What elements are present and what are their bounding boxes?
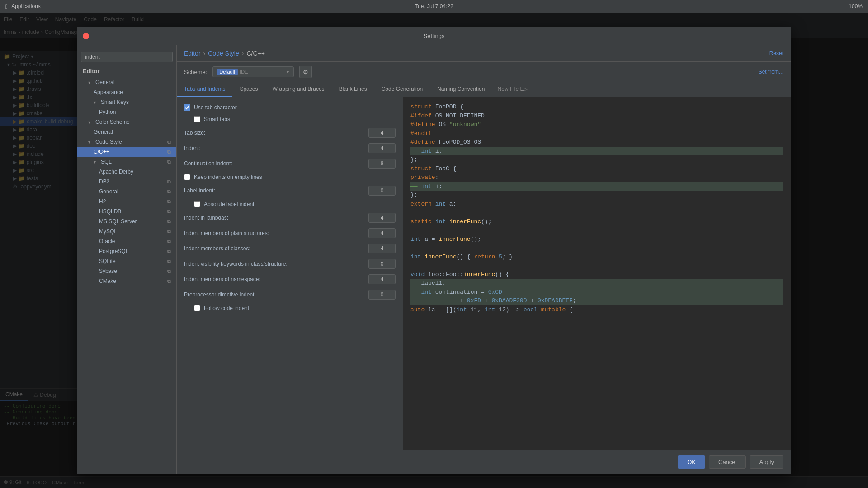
set-from-link[interactable]: Set from... (759, 69, 783, 75)
indent-classes-input[interactable] (368, 244, 396, 253)
tree-sqlite[interactable]: SQLite ⧉ (77, 256, 176, 266)
keep-indents-checkbox[interactable] (184, 174, 190, 180)
ok-button[interactable]: OK (678, 455, 705, 469)
copy-icon-5: ⧉ (167, 189, 171, 195)
battery-level: 100% (849, 3, 863, 9)
settings-footer: OK Cancel Apply (177, 450, 791, 474)
tree-cpp[interactable]: C/C++ ⧉ (77, 147, 176, 157)
tab-wrapping[interactable]: Wrapping and Braces (265, 82, 331, 97)
tree-oracle-label: Oracle (99, 238, 115, 244)
tab-tabs-indents[interactable]: Tabs and Indents (177, 82, 232, 97)
tree-general[interactable]: ▾ General (77, 77, 176, 87)
reset-link[interactable]: Reset (769, 50, 783, 56)
apply-button[interactable]: Apply (750, 455, 783, 469)
tab-more[interactable]: New File E▷ (492, 82, 533, 97)
tree-db2[interactable]: DB2 ⧉ (77, 177, 176, 187)
continuation-input[interactable] (368, 159, 396, 169)
breadcrumb-sep-2: › (242, 50, 244, 57)
content-header: Editor › Code Style › C/C++ Reset (177, 45, 791, 62)
copy-icon-13: ⧉ (167, 268, 171, 274)
tree-hsqldb-label: HSQLDB (99, 208, 121, 215)
scheme-default-badge: Default (217, 69, 238, 75)
expand-icon-4: ▾ (88, 140, 94, 145)
label-indent-input[interactable] (368, 186, 396, 196)
tree-appearance[interactable]: Appearance (77, 87, 176, 97)
copy-icon-11: ⧉ (167, 249, 171, 254)
abs-label-row: Absolute label indent (184, 201, 396, 207)
code-line-19 (410, 261, 783, 270)
settings-content: Editor › Code Style › C/C++ Reset Scheme… (177, 45, 791, 474)
settings-tree: Editor ▾ General Appearance ▾ Smart Keys… (77, 45, 177, 474)
breadcrumb-editor[interactable]: Editor (184, 50, 201, 57)
code-line-17 (410, 244, 783, 253)
tree-editor-header: Editor (77, 65, 176, 77)
tab-blank-lines[interactable]: Blank Lines (332, 82, 374, 97)
copy-icon-6: ⧉ (167, 199, 171, 205)
abs-label-checkbox[interactable] (194, 201, 200, 207)
tree-sql-general[interactable]: General ⧉ (77, 187, 176, 197)
smart-tabs-checkbox[interactable] (194, 116, 200, 122)
copy-icon-1: ⧉ (167, 139, 171, 145)
tree-sql[interactable]: ▾ SQL ⧉ (77, 157, 176, 167)
system-bar-center: Tue, Jul 7 04:22 (415, 3, 453, 9)
settings-dialog: Settings Editor ▾ General Appearance ▾ (77, 27, 791, 474)
tree-cmake-item[interactable]: CMake ⧉ (77, 276, 176, 286)
tree-h2[interactable]: H2 ⧉ (77, 197, 176, 206)
tree-oracle[interactable]: Oracle ⧉ (77, 236, 176, 246)
tree-postgresql[interactable]: PostgreSQL ⧉ (77, 246, 176, 256)
tree-color-general[interactable]: General (77, 127, 176, 137)
tab-naming[interactable]: Naming Convention (430, 82, 492, 97)
tree-smart-keys[interactable]: ▾ Smart Keys (77, 97, 176, 107)
indent-visibility-input[interactable] (368, 259, 396, 269)
tree-mssql[interactable]: MS SQL Server ⧉ (77, 216, 176, 226)
preprocessor-input[interactable] (368, 290, 396, 300)
tree-sybase[interactable]: Sybase ⧉ (77, 266, 176, 276)
tree-python-label: Python (99, 109, 116, 115)
scheme-select[interactable]: Default IDE ▼ (212, 66, 294, 77)
code-line-9: private: (410, 173, 783, 182)
preprocessor-row: Preprocessor directive indent: (184, 290, 396, 300)
tree-general-label: General (95, 79, 115, 85)
indent-classes-label: Indent members of classes: (184, 245, 368, 252)
use-tab-label: Use tab character (194, 104, 237, 111)
scheme-ide-text: IDE (240, 69, 248, 75)
copy-icon-8: ⧉ (167, 219, 171, 225)
cancel-button[interactable]: Cancel (709, 455, 746, 469)
tree-apache-derby[interactable]: Apache Derby (77, 167, 176, 177)
tree-python[interactable]: Python (77, 107, 176, 117)
apple-icon[interactable]:  (5, 3, 8, 10)
tree-hsqldb[interactable]: HSQLDB ⧉ (77, 206, 176, 216)
code-line-20: void foo::Foo::innerFunc() { (410, 270, 783, 279)
gear-button[interactable]: ⚙ (299, 66, 312, 78)
close-button[interactable] (83, 33, 89, 39)
tree-color-scheme[interactable]: ▾ Color Scheme (77, 117, 176, 127)
expand-icon-3: ▾ (88, 120, 94, 125)
tree-mysql-label: MySQL (99, 228, 117, 235)
breadcrumb-code-style[interactable]: Code Style (208, 50, 239, 57)
indent-plain-input[interactable] (368, 228, 396, 238)
tab-spaces[interactable]: Spaces (232, 82, 265, 97)
use-tab-checkbox[interactable] (184, 104, 190, 111)
indent-namespace-label: Indent members of namespace: (184, 276, 368, 282)
breadcrumb: Editor › Code Style › C/C++ (184, 50, 265, 57)
indent-namespace-input[interactable] (368, 274, 396, 284)
follow-code-checkbox[interactable] (194, 305, 200, 311)
follow-code-row: Follow code indent (184, 305, 396, 311)
copy-icon-2: ⧉ (167, 149, 171, 155)
use-tab-row: Use tab character (184, 104, 396, 111)
indent-input[interactable] (368, 143, 396, 153)
label-indent-row: Label indent: (184, 186, 396, 196)
code-line-16: int a = innerFunc(); (410, 235, 783, 244)
tab-code-gen[interactable]: Code Generation (374, 82, 430, 97)
indent-lambdas-input[interactable] (368, 213, 396, 223)
app-name: Applications (11, 3, 41, 9)
search-input[interactable] (81, 52, 173, 62)
tree-h2-label: H2 (99, 198, 106, 205)
copy-icon-10: ⧉ (167, 239, 171, 244)
indent-visibility-row: Indent visibility keywords in class/stru… (184, 259, 396, 269)
copy-icon-9: ⧉ (167, 229, 171, 235)
settings-title: Settings (424, 33, 445, 39)
tree-mysql[interactable]: MySQL ⧉ (77, 226, 176, 236)
tab-size-input[interactable] (368, 128, 396, 138)
tree-code-style[interactable]: ▾ Code Style ⧉ (77, 137, 176, 147)
